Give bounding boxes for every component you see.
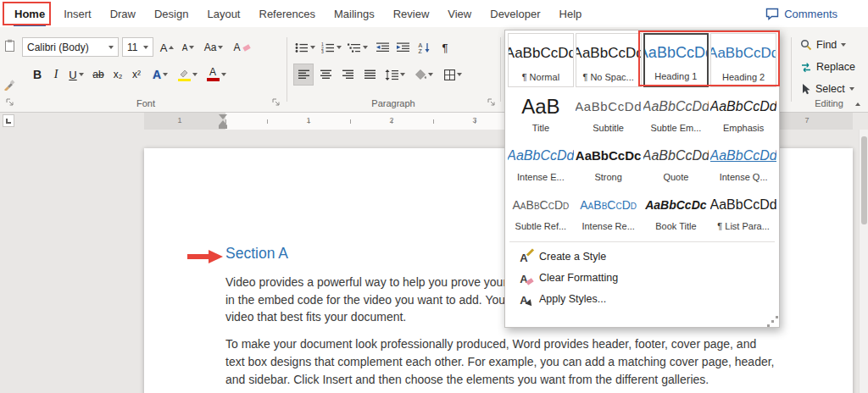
style-label: Title [508,123,574,137]
style-subtle-emphasis[interactable]: AaBbCcDdSubtle Em... [643,90,709,137]
shading-button[interactable] [412,64,436,86]
tab-layout[interactable]: Layout [198,0,249,27]
style-label: Intense Q... [710,172,776,186]
first-line-indent-marker[interactable] [219,114,227,119]
pilcrow-icon: ¶ [442,42,448,54]
tab-references[interactable]: References [250,0,325,27]
strikethrough-button[interactable]: ab [89,64,108,86]
style-subtle-reference[interactable]: AaBbCcDdSubtle Ref... [508,188,574,235]
style-book-title[interactable]: AaBbCcDcBook Title [643,188,709,235]
paste-button[interactable] [2,36,17,56]
tab-draw[interactable]: Draw [101,0,145,27]
comments-label: Comments [784,8,837,20]
style-sample: AaBbCcDd [576,188,642,221]
tab-stop-selector[interactable] [3,114,14,127]
resize-grip[interactable] [771,320,774,323]
collapse-ribbon-button[interactable] [855,102,860,106]
text-line[interactable]: text box designs that complement each ot… [225,353,775,371]
bold-button[interactable]: B [29,64,46,86]
select-button[interactable]: Select [800,80,854,98]
italic-button[interactable]: I [48,64,64,86]
tab-review[interactable]: Review [384,0,439,27]
scrollbar-thumb[interactable] [861,136,867,224]
multilevel-list-icon [348,42,361,53]
tab-developer[interactable]: Developer [481,0,549,27]
style-strong[interactable]: AaBbCcDcStrong [576,139,642,186]
change-case-button[interactable]: Aa [201,37,226,58]
increase-indent-button[interactable] [393,37,412,58]
justify-button[interactable] [359,64,380,86]
style-quote[interactable]: AaBbCcDdQuote [643,139,709,186]
style-sample: AaBbCcDd [645,35,708,71]
styles-gallery-panel: AaBbCcDd¶ Normal AaBbCcDd¶ No Spac... Aa… [504,30,780,328]
borders-button[interactable] [441,64,465,86]
style-intense-quote[interactable]: AaBbCcDdIntense Q... [710,139,776,186]
group-divider [791,37,792,102]
ruler-right-margin [770,113,853,130]
multilevel-list-button[interactable] [346,37,370,58]
clipboard-dialog-launcher[interactable] [5,97,15,108]
decrease-indent-button[interactable] [373,37,392,58]
font-color-button[interactable]: A [203,64,229,86]
shrink-font-button[interactable]: A [179,37,198,58]
chevron-down-icon [849,87,854,91]
line-spacing-button[interactable] [383,64,407,86]
tab-stop-icon [6,119,11,124]
font-size-value: 11 [127,42,137,53]
create-style-menu-item[interactable]: A Create a Style [508,246,776,267]
clear-formatting-menu-item[interactable]: A Clear Formatting [508,267,776,288]
comments-button[interactable]: Comments [759,3,844,25]
style-heading-1[interactable]: AaBbCcDdHeading 1 [643,33,709,87]
highlight-color-button[interactable] [175,64,200,86]
style-no-spacing[interactable]: AaBbCcDd¶ No Spac... [576,33,642,87]
style-subtitle[interactable]: AaBbCcDdSubtitle [576,90,642,137]
style-list-paragraph[interactable]: AaBbCcDd¶ List Para... [710,188,776,235]
paragraph-dialog-launcher[interactable] [487,97,497,108]
style-normal[interactable]: AaBbCcDd¶ Normal [508,33,574,87]
style-heading-2[interactable]: AaBbCcDdHeading 2 [710,33,776,87]
align-right-button[interactable] [337,64,358,86]
cursor-arrow-icon [800,83,811,95]
superscript-button[interactable]: x² [128,64,145,86]
tab-design[interactable]: Design [145,0,198,27]
align-left-button[interactable] [293,64,314,86]
clear-formatting-button[interactable]: A [231,37,253,58]
increase-indent-icon [397,42,409,53]
subscript-button[interactable]: x₂ [109,64,126,86]
chevron-down-icon [310,46,315,49]
find-button[interactable]: Find [800,36,846,54]
apply-styles-menu-item[interactable]: A Apply Styles... [508,288,776,309]
tab-home[interactable]: Home [5,0,54,27]
show-formatting-marks-button[interactable]: ¶ [437,37,453,58]
paint-bucket-icon [415,69,426,80]
font-size-select[interactable]: 11 [122,37,153,57]
style-label: Heading 2 [711,72,776,86]
menu-label: Apply Styles... [539,293,606,305]
text-line[interactable]: To make your document look professionall… [225,335,775,353]
text-line[interactable]: and sidebar. Click Insert and then choos… [225,371,775,389]
vertical-scrollbar[interactable] [859,130,868,393]
left-indent-marker[interactable] [219,125,227,129]
align-center-button[interactable] [315,64,336,86]
underline-button[interactable]: U [65,64,87,86]
style-emphasis[interactable]: AaBbCcDdEmphasis [710,90,776,137]
tab-view[interactable]: View [438,0,481,27]
font-name-select[interactable]: Calibri (Body) [22,37,119,57]
format-painter-button[interactable] [2,75,17,95]
style-label: Strong [576,172,642,186]
style-intense-reference[interactable]: AaBbCcDdIntense Re... [576,188,642,235]
style-label: Subtitle [576,123,642,137]
tab-help[interactable]: Help [550,0,592,27]
grow-font-button[interactable]: A [157,37,177,58]
tab-mailings[interactable]: Mailings [325,0,384,27]
font-dialog-launcher[interactable] [271,97,281,108]
style-intense-emphasis[interactable]: AaBbCcDdIntense E... [508,139,574,186]
text-effects-button[interactable]: A [149,64,171,86]
sort-button[interactable]: AZ [414,37,434,58]
section-heading[interactable]: Section A [225,245,288,263]
bullets-button[interactable] [293,37,317,58]
numbering-button[interactable]: 123 [320,37,343,58]
tab-insert[interactable]: Insert [54,0,101,27]
style-title[interactable]: AaBTitle [508,90,574,137]
replace-button[interactable]: Replace [800,58,855,76]
